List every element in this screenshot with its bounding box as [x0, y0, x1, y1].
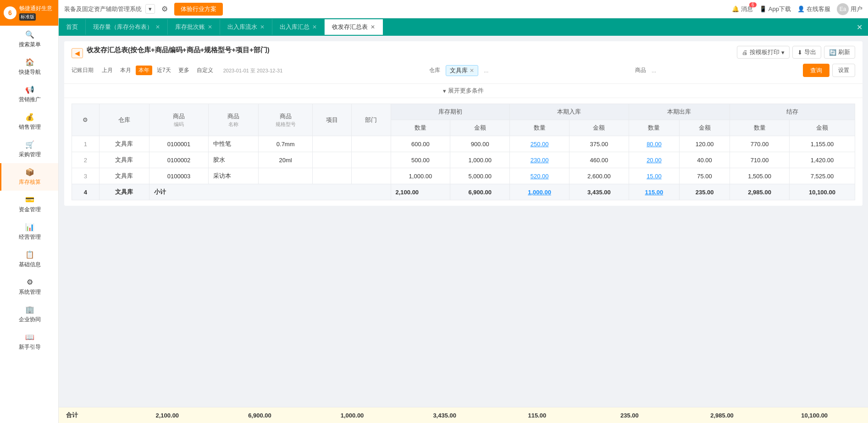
subtotal-balance-amt: 10,100.00	[789, 184, 855, 200]
th-name: 商品名称	[209, 104, 259, 136]
search-icon: 🔍	[25, 30, 34, 39]
close-all-tabs-button[interactable]: ✕	[851, 19, 868, 35]
operations-icon: 📊	[25, 223, 34, 231]
th-spec: 商品规格型号	[259, 104, 313, 136]
subtotal-row: 4 文具库 小计 2,100.00 6,900.00 1,000.00 3,43…	[72, 184, 855, 200]
refresh-button[interactable]: 🔄 刷新	[824, 46, 855, 59]
tab-in-out-summary-close[interactable]: ✕	[312, 24, 317, 30]
app-badge: 标准版	[19, 13, 36, 21]
date-shortcut-this-year[interactable]: 本年	[136, 66, 152, 75]
row-2-in-qty[interactable]: 230.00	[510, 152, 569, 168]
sidebar-item-quick-nav[interactable]: 🏠 快捷导航	[0, 53, 58, 81]
subtotal-label: 小计	[149, 184, 391, 200]
sidebar-item-guide[interactable]: 📖 新手引导	[0, 328, 58, 356]
tab-receipt-summary[interactable]: 收发存汇总表 ✕	[325, 19, 383, 35]
table-settings-button[interactable]: 设置	[832, 64, 855, 77]
expand-more-button[interactable]: ▾ 展开更多条件	[443, 87, 484, 95]
sidebar-item-sales[interactable]: 💰 销售管理	[0, 108, 58, 136]
date-shortcut-last-month[interactable]: 上月	[99, 66, 116, 75]
tab-home[interactable]: 首页	[59, 19, 86, 35]
row-3-name: 采访本	[209, 168, 259, 184]
date-shortcut-7days[interactable]: 近7天	[154, 66, 174, 75]
sidebar-item-inventory[interactable]: 📦 库存核算	[0, 163, 58, 191]
sidebar-item-search[interactable]: 🔍 搜索菜单	[0, 26, 58, 53]
th-opening-amt: 金额	[450, 120, 510, 136]
system-icon: ⚙	[27, 278, 33, 286]
sidebar-item-marketing[interactable]: 📢 营销推广	[0, 81, 58, 108]
row-2-in-amt: 460.00	[569, 152, 629, 168]
tab-in-out-summary[interactable]: 出入库汇总 ✕	[272, 19, 325, 35]
notifications-button[interactable]: 🔔 消息 6	[732, 5, 753, 13]
topbar: 装备及固定资产辅助管理系统 ▾ ⚙ 体验行业方案 🔔 消息 6 📱 App下载 …	[59, 0, 868, 18]
sidebar-menu: 🔍 搜索菜单 🏠 快捷导航 📢 营销推广 💰 销售管理 🛒 采购管理 📦 库存核…	[0, 26, 58, 423]
sidebar-item-system[interactable]: ⚙ 系统管理	[0, 273, 58, 301]
main-table: ⚙ 仓库 商品编码 商品名称 商品规格型号 项目 部门 库存期初 本期入库 本期…	[72, 104, 855, 200]
subtotal-out-qty[interactable]: 115.00	[629, 184, 679, 200]
date-shortcut-this-month[interactable]: 本月	[117, 66, 134, 75]
date-shortcut-custom[interactable]: 自定义	[194, 66, 216, 75]
settings-icon[interactable]: ⚙	[159, 4, 171, 14]
warehouse-tag-close[interactable]: ✕	[470, 67, 474, 74]
row-1-warehouse: 文具库	[99, 136, 149, 152]
sidebar-item-operations[interactable]: 📊 经营管理	[0, 218, 58, 246]
table-container: ⚙ 仓库 商品编码 商品名称 商品规格型号 项目 部门 库存期初 本期入库 本期…	[64, 98, 862, 206]
row-1-out-amt: 120.00	[679, 136, 730, 152]
tab-inventory-dist[interactable]: 现存量（库存分布表） ✕	[86, 19, 168, 35]
sidebar-item-purchase[interactable]: 🛒 采购管理	[0, 136, 58, 163]
tab-batch-ledger-close[interactable]: ✕	[208, 24, 212, 30]
trial-button[interactable]: 体验行业方案	[174, 3, 223, 16]
row-3-balance-qty: 1,505.00	[730, 168, 790, 184]
collapse-toggle[interactable]: ◀	[72, 48, 83, 58]
user-menu[interactable]: Ea 用户	[837, 3, 862, 15]
sidebar-item-system-label: 系统管理	[19, 288, 41, 296]
tab-in-out-flow[interactable]: 出入库流水 ✕	[220, 19, 272, 35]
tab-receipt-summary-close[interactable]: ✕	[370, 24, 375, 30]
sidebar-item-enterprise[interactable]: 🏢 企业协同	[0, 301, 58, 328]
total-out-amt: 235.00	[583, 412, 676, 419]
page-content: ◀ 收发存汇总表(按仓库+商品编码+商品+规格型号+项目+部门) 🖨 按模板打印…	[59, 36, 868, 407]
row-2-department	[352, 152, 391, 168]
sidebar-item-basic-info[interactable]: 📋 基础信息	[0, 246, 58, 273]
notifications-badge: 6	[749, 2, 757, 7]
th-settings[interactable]: ⚙	[72, 104, 100, 136]
system-name: 装备及固定资产辅助管理系统	[64, 5, 142, 13]
row-1-out-qty[interactable]: 80.00	[629, 136, 679, 152]
sidebar-item-finance[interactable]: 💳 资金管理	[0, 191, 58, 218]
guide-icon: 📖	[25, 333, 34, 341]
online-service-button[interactable]: 👤 在线客服	[797, 5, 830, 13]
warehouse-more[interactable]: ...	[484, 67, 488, 74]
export-button[interactable]: ⬇ 导出	[792, 46, 821, 59]
app-download-button[interactable]: 📱 App下载	[759, 5, 791, 13]
expand-more-icon: ▾	[443, 88, 446, 94]
row-3-balance-amt: 7,525.00	[789, 168, 855, 184]
total-out-qty: 115.00	[491, 412, 584, 419]
tab-inventory-dist-close[interactable]: ✕	[155, 24, 160, 30]
row-3-out-qty[interactable]: 15.00	[629, 168, 679, 184]
print-button[interactable]: 🖨 按模板打印 ▾	[737, 46, 790, 59]
goods-more[interactable]: ...	[652, 67, 656, 74]
page-card: ◀ 收发存汇总表(按仓库+商品编码+商品+规格型号+项目+部门) 🖨 按模板打印…	[64, 41, 862, 206]
total-balance-qty: 2,985.00	[676, 412, 768, 419]
row-1-balance-amt: 1,155.00	[789, 136, 855, 152]
th-in-amt: 金额	[569, 120, 629, 136]
row-3-in-qty[interactable]: 520.00	[510, 168, 569, 184]
service-icon: 👤	[797, 5, 805, 12]
filter-row-1: 记账日期 上月 本月 本年 近7天 更多 自定义 2023-01-01 至 20…	[72, 64, 855, 77]
row-1-project	[313, 136, 352, 152]
total-label: 合计	[66, 411, 121, 419]
system-dropdown[interactable]: ▾	[145, 4, 155, 14]
tab-batch-ledger[interactable]: 库存批次账 ✕	[168, 19, 220, 35]
subtotal-in-qty[interactable]: 1,000.00	[510, 184, 569, 200]
sidebar-item-basic-info-label: 基础信息	[19, 261, 41, 269]
sidebar: 6 畅捷通好生意 标准版 🔍 搜索菜单 🏠 快捷导航 📢 营销推广 💰 销售管理…	[0, 0, 59, 423]
tab-in-out-flow-close[interactable]: ✕	[260, 24, 265, 30]
th-in-qty: 数量	[510, 120, 569, 136]
row-1-in-qty[interactable]: 250.00	[510, 136, 569, 152]
date-filter-label: 记账日期	[72, 66, 94, 74]
date-shortcut-more[interactable]: 更多	[176, 66, 192, 75]
query-button[interactable]: 查询	[803, 64, 829, 77]
row-3-opening-qty: 1,000.00	[391, 168, 450, 184]
row-2-balance-qty: 710.00	[730, 152, 790, 168]
refresh-icon: 🔄	[829, 49, 836, 56]
row-2-out-qty[interactable]: 20.00	[629, 152, 679, 168]
